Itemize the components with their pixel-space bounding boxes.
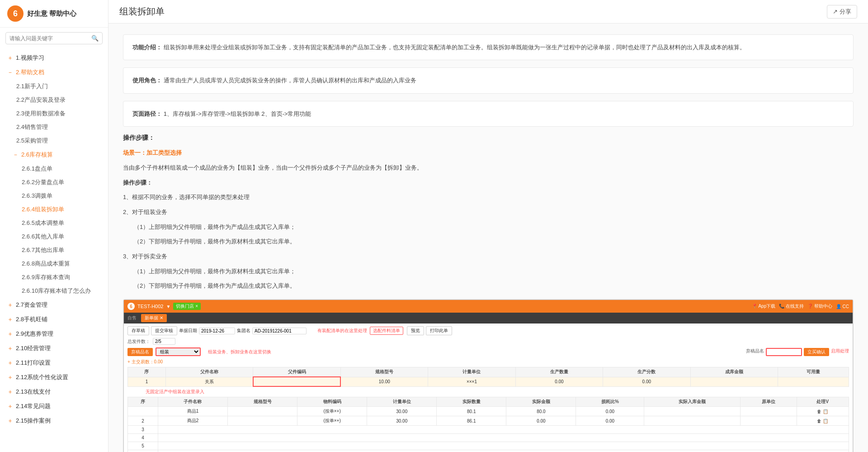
plus-icon-29: ＋ <box>7 330 13 338</box>
sidebar-item-sub213[interactable]: ＋ 2.13在线支付 <box>0 385 108 399</box>
table-row: 2 商品2 (按单×+) 30.00 86.1 0.00 0.00 🗑 <box>128 416 849 426</box>
logo-icon: 6 <box>7 5 24 22</box>
search-bar[interactable]: 🔍 <box>5 32 103 44</box>
app-table-child: 序 子件名称 规格型号 物料编码 计量单位 实际数量 实际金额 损耗比% 实际入… <box>127 397 849 452</box>
plus-icon-28: ＋ <box>7 315 13 324</box>
table-row: 1 关系 10.00 ×××1 0.00 0.00 <box>128 377 849 386</box>
sidebar-item-sub22[interactable]: 2.2产品安装及登录 <box>0 93 108 107</box>
annotation-group1: 有装配清单的在这里处理 选配件料清单 <box>317 327 403 335</box>
sidebar-item-sub214[interactable]: ＋ 2.14常见问题 <box>0 399 108 414</box>
app-logo: 6 <box>127 303 135 310</box>
app-btn-save[interactable]: 存草稿 <box>127 326 149 335</box>
sidebar-item-sub266[interactable]: 2.6.6其他入库单 <box>0 230 108 243</box>
sidebar-item-sub263[interactable]: 2.6.3调拨单 <box>0 189 108 203</box>
app-doc-field: 集团名 <box>237 328 307 334</box>
content-area: 功能介绍： 组装拆卸单用来处理企业组装或拆卸等加工业务，支持有固定装配清单的产品… <box>108 24 868 452</box>
sidebar-item-sub211[interactable]: ＋ 2.11打印设置 <box>0 356 108 370</box>
ops-section: 操作步骤： 场景一：加工类型选择 当由多个子件材料组装成一个成品的业务为【组装】… <box>123 134 854 292</box>
app-date-input[interactable] <box>199 328 235 334</box>
sidebar-item-sub23[interactable]: 2.3使用前数据准备 <box>0 107 108 120</box>
app-btn-submit[interactable]: 提交审核 <box>151 326 177 335</box>
step2: 2、对于组装业务 <box>123 207 854 218</box>
app-topbar: 6 TEST-H002 ▼ 切换门店 × 📍 App下载 📞 在线支持 ❓ 帮助… <box>124 300 853 313</box>
sidebar-item-sub261[interactable]: 2.6.1盘点单 <box>0 162 108 176</box>
app-date-field: 单据日期 <box>179 328 235 334</box>
sidebar-item-sub24[interactable]: 2.4销售管理 <box>0 120 108 134</box>
app-topbar-icon2: 📞 在线支持 <box>779 303 804 309</box>
minus-icon: － <box>7 68 13 76</box>
search-icon: 🔍 <box>91 35 99 42</box>
app-toolbar-row: 存草稿 提交审核 单据日期 集团名 有装配清单的在这里处理 <box>127 326 849 335</box>
sidebar-item-sub264[interactable]: 2.6.4组装拆卸单 <box>0 203 108 216</box>
share-button[interactable]: ↗ 分享 <box>827 5 857 19</box>
sidebar-item-sub262[interactable]: 2.6.2分量盘点单 <box>0 176 108 189</box>
sidebar-item-sub212[interactable]: ＋ 2.12系统个性化设置 <box>0 370 108 385</box>
sidebar-item-sub265[interactable]: 2.6.5成本调整单 <box>0 216 108 230</box>
page-title: 组装拆卸单 <box>119 5 165 18</box>
sidebar-item-sub29[interactable]: ＋ 2.9优惠券管理 <box>0 327 108 341</box>
col-prod-qty: 生产数量 <box>515 367 603 377</box>
app-usable-input[interactable] <box>766 348 802 356</box>
plus-icon-212: ＋ <box>7 373 13 381</box>
sidebar-item-sub28[interactable]: ＋ 2.8手机旺铺 <box>0 312 108 327</box>
minus-icon-2: － <box>13 151 19 159</box>
role-text: 通常由生产人员或库管人员完成拆装业务的操作，库管人员确认原材料的出库和产成品的入… <box>164 77 416 84</box>
sidebar-item-sub210[interactable]: ＋ 2.10经营管理 <box>0 341 108 356</box>
table-row: 4 <box>128 434 849 442</box>
app-id: TEST-H002 <box>137 304 163 309</box>
app-nav-btn: 切换门店 × <box>173 303 201 310</box>
app-type-select[interactable]: 组装 拆卸 <box>156 347 201 356</box>
app-nav-bar: 自售 新单据 ✕ <box>124 313 853 324</box>
plus-icon-215: ＋ <box>7 417 13 425</box>
annotation-text1: 有装配清单的在这里处理 <box>317 328 367 334</box>
app-action-btns: 预览 打印此单 <box>407 326 452 335</box>
sidebar-item-video[interactable]: ＋ 1.视频学习 <box>0 51 108 65</box>
sidebar-item-sub215[interactable]: ＋ 2.15操作案例 <box>0 414 108 428</box>
col-prod-frac: 生产分数 <box>603 367 690 377</box>
sidebar-item-docs[interactable]: － 2.帮助文档 <box>0 65 108 80</box>
table-row: 6 <box>128 450 849 452</box>
role-block: 使用角色： 通常由生产人员或库管人员完成拆装业务的操作，库管人员确认原材料的出库… <box>123 67 854 93</box>
usable-label: 弃稿品名 <box>746 348 764 356</box>
main-panel: 组装拆卸单 ↗ 分享 功能介绍： 组装拆卸单用来处理企业组装或拆卸等加工业务，支… <box>108 0 868 452</box>
sidebar-header: 6 好生意 帮助中心 <box>0 0 108 28</box>
sidebar-item-sub25[interactable]: 2.5采购管理 <box>0 134 108 147</box>
sidebar-item-sub267[interactable]: 2.6.7其他出库单 <box>0 243 108 257</box>
intro-text: 组装拆卸单用来处理企业组装或拆卸等加工业务，支持有固定装配清单的产品加工业务，也… <box>164 44 745 51</box>
step1: 1、根据不同的业务，选择不同单据的类型来处理 <box>123 192 854 203</box>
app-right-actions: 弃稿品名 立买确认 启用处理 <box>746 348 849 356</box>
date-label: 单据日期 <box>179 328 197 334</box>
path-label: 页面路径： <box>132 110 162 117</box>
path-block: 页面路径： 1、库存核算->库存管理->组装拆卸单 2、首页->常用功能 <box>123 101 854 127</box>
logo-text: 好生意 帮助中心 <box>27 10 76 18</box>
table-row: 3 <box>128 426 849 434</box>
app-btn-print[interactable]: 预览 <box>407 326 424 335</box>
app-topbar-icon1: 📍 App下载 <box>752 303 775 309</box>
step3: 3、对于拆卖业务 <box>123 251 854 262</box>
col-pcode: 父件编码 <box>253 367 340 377</box>
sidebar-item-sub21[interactable]: 2.1新手入门 <box>0 80 108 93</box>
scene1-title: 场景一：加工类型选择 <box>123 147 854 159</box>
row2-label1: 总发件数： <box>127 338 150 345</box>
nav-section: ＋ 1.视频学习 － 2.帮助文档 2.1新手入门 2.2产品安装及登录 2.3… <box>0 49 108 430</box>
col-avail: 可用量 <box>778 367 849 377</box>
app-btn-more[interactable]: 打印此单 <box>426 326 452 335</box>
sidebar-item-sub2610[interactable]: 2.6.10库存账本错了怎么办 <box>0 284 108 298</box>
sidebar-item-sub268[interactable]: 2.6.8商品成本重算 <box>0 257 108 271</box>
app-count-input[interactable] <box>153 338 175 345</box>
app-btn-confirm[interactable]: 立买确认 <box>804 348 829 356</box>
plus-icon: ＋ <box>7 54 13 62</box>
app-content-inner: 存草稿 提交审核 单据日期 集团名 有装配清单的在这里处理 <box>124 324 853 452</box>
app-table-parent: 序 父件名称 父件编码 规格型号 计量单位 生产数量 生产分数 成库金额 可用量 <box>127 367 849 387</box>
annotation-text3: 启用处理 <box>831 348 849 356</box>
step2-1: （1）上部明细为父件明细，最终作为产成品生成其它入库单； <box>123 222 854 233</box>
annotation-text2: 组装业务、拆卸业务在这里切换 <box>208 349 271 355</box>
app-doc-input[interactable] <box>252 328 307 334</box>
role-label: 使用角色： <box>132 77 162 84</box>
sidebar-item-sub269[interactable]: 2.6.9库存账本查询 <box>0 271 108 284</box>
search-input[interactable] <box>9 35 91 42</box>
app-process-label: 弃稿品名 <box>127 348 153 356</box>
col-cost: 成库金额 <box>690 367 778 377</box>
sidebar-item-sub26[interactable]: － 2.6库存核算 <box>0 147 108 162</box>
sidebar-item-sub27[interactable]: ＋ 2.7资金管理 <box>0 298 108 312</box>
